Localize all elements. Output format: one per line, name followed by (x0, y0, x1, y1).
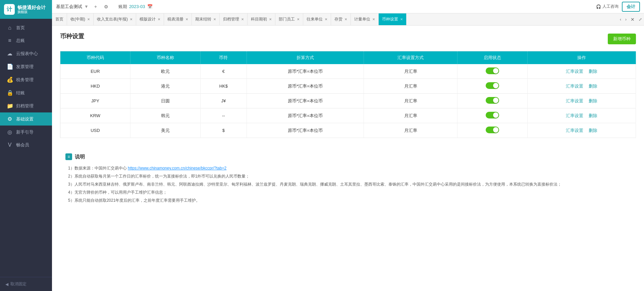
delete-link[interactable]: 删除 (589, 83, 597, 89)
tab-currency[interactable]: 币种设置 ✕ (379, 13, 407, 26)
toggle-enabled[interactable] (486, 82, 499, 89)
tab-close-all-button[interactable]: ✕ (629, 13, 637, 26)
sidebar-item-archive[interactable]: 📁 归档管理 (0, 99, 52, 112)
cell-action: 汇率设置 删除 (528, 94, 636, 108)
delete-link[interactable]: 删除 (589, 98, 597, 104)
rate-setting-link[interactable]: 汇率设置 (566, 68, 583, 75)
tab-archive-close[interactable]: ✕ (241, 17, 244, 21)
tab-next-button[interactable]: › (623, 13, 629, 26)
tab-income-close[interactable]: ✕ (130, 17, 132, 21)
toggle-track (486, 67, 499, 74)
sidebar-item-home[interactable]: ⌂ 首页 (0, 21, 52, 34)
content-area: 币种设置 新增币种 币种代码 币种名称 币符 折算方式 汇率设置方式 启用状态 … (52, 26, 644, 291)
sidebar-item-invoice[interactable]: 📄 发票管理 (0, 60, 52, 73)
delete-link[interactable]: 删除 (589, 113, 597, 119)
toggle-enabled[interactable] (486, 97, 499, 104)
toggle-enabled[interactable] (486, 67, 499, 74)
tab-stock[interactable]: 存货 ✕ (331, 13, 351, 26)
tab-period-end-close[interactable]: ✕ (213, 17, 216, 21)
headset-icon: 🎧 (596, 4, 601, 9)
tab-prev-button[interactable]: ‹ (618, 13, 623, 26)
tab-expand-button[interactable]: ⤢ (637, 13, 644, 26)
sidebar-item-settings[interactable]: ⚙ 基础设置 (0, 112, 52, 126)
notes-link[interactable]: https://www.chinamoney.com.cn/chinese/bk… (128, 166, 226, 171)
cloud-icon: ☁ (7, 50, 13, 57)
tab-template[interactable]: 模版设计 ✕ (136, 13, 164, 26)
tab-measure-close[interactable]: ✕ (372, 17, 375, 21)
sidebar-item-member[interactable]: V 畅会员 (0, 139, 52, 151)
tab-subject[interactable]: 科目期初 ✕ (248, 13, 275, 26)
cell-code: JPY (60, 94, 130, 108)
project-selector[interactable]: 基层工会测试 ▼ (56, 4, 89, 10)
rate-setting-link[interactable]: 汇率设置 (566, 113, 583, 119)
toggle-track (486, 82, 499, 89)
rate-setting-link[interactable]: 汇率设置 (566, 83, 583, 89)
cell-status[interactable] (458, 108, 528, 123)
rate-setting-link[interactable]: 汇率设置 (566, 128, 583, 134)
pin-toggle[interactable]: ◀ 取消固定 (0, 277, 52, 291)
tab-unit[interactable]: 往来单位 ✕ (303, 13, 331, 26)
tab-dept-label: 部门员工 (279, 16, 295, 22)
add-currency-button[interactable]: 新增币种 (608, 34, 636, 44)
sidebar-item-guide[interactable]: ◎ 新手引导 (0, 126, 52, 139)
sidebar-item-tax[interactable]: 💰 税务管理 (0, 73, 52, 86)
tab-home[interactable]: 首页 (52, 13, 67, 26)
support-button[interactable]: 🎧 人工咨询 (596, 4, 619, 9)
tab-tax-close[interactable]: ✕ (185, 17, 188, 21)
rate-setting-link[interactable]: 汇率设置 (566, 98, 583, 104)
cell-name: 日圆 (130, 94, 200, 108)
cell-rate-type: 月汇率 (364, 123, 457, 138)
sidebar-item-home-label: 首页 (16, 25, 25, 31)
account-button[interactable]: 会计 (622, 2, 640, 12)
toggle-thumb (493, 98, 498, 103)
toggle-enabled[interactable] (486, 112, 499, 118)
tab-income[interactable]: 收入支出表(年报) ✕ (94, 13, 136, 26)
tab-stock-close[interactable]: ✕ (344, 17, 347, 21)
settings-button[interactable]: ⚙ (103, 3, 110, 10)
sidebar-item-ledger[interactable]: ≡ 总账 (0, 34, 52, 47)
guide-icon: ◎ (7, 129, 13, 135)
tab-currency-close[interactable]: ✕ (400, 17, 403, 21)
notes-section: ≡ 说明 1）数据来源：中国外汇交易中心 https://www.chinamo… (60, 148, 636, 210)
cell-calc: 原币*汇率=本位币 (247, 79, 364, 94)
tab-balance-close[interactable]: ✕ (87, 17, 90, 21)
member-icon: V (7, 142, 13, 148)
delete-link[interactable]: 删除 (589, 68, 597, 75)
table-row: USD 美元 $ 原币*汇率=本位币 月汇率 汇率设置 删除 (60, 123, 636, 138)
tab-dept[interactable]: 部门员工 ✕ (275, 13, 303, 26)
toggle-thumb (493, 68, 498, 74)
tab-balance[interactable]: 收(中期) ✕ (67, 13, 94, 26)
tab-template-close[interactable]: ✕ (158, 17, 160, 21)
tab-income-label: 收入支出表(年报) (97, 16, 128, 22)
sidebar-item-tax-label: 税务管理 (16, 77, 34, 83)
tab-measure[interactable]: 计量单位 ✕ (351, 13, 379, 26)
tab-unit-close[interactable]: ✕ (325, 17, 327, 21)
project-name: 基层工会测试 (56, 4, 82, 10)
tab-tax-label: 税表清册 (167, 16, 183, 22)
sidebar-item-closing-label: 结账 (16, 90, 25, 96)
page-title: 币种设置 (60, 32, 84, 40)
tab-period-end[interactable]: 期末结转 ✕ (192, 13, 220, 26)
cell-name: 港元 (130, 79, 200, 94)
add-project-button[interactable]: ＋ (92, 3, 99, 10)
cell-status[interactable] (458, 94, 528, 108)
toggle-enabled[interactable] (486, 127, 499, 133)
archive-icon: 📁 (7, 103, 13, 109)
calendar-icon: 📅 (147, 4, 153, 9)
tab-tax[interactable]: 税表清册 ✕ (164, 13, 192, 26)
delete-link[interactable]: 删除 (589, 128, 597, 134)
sidebar-item-closing[interactable]: 🔒 结账 (0, 86, 52, 99)
tab-archive[interactable]: 归档管理 ✕ (220, 13, 248, 26)
sidebar-item-report[interactable]: ☁ 云报表中心 (0, 47, 52, 60)
cell-symbol: J¥ (200, 94, 247, 108)
pin-icon: ◀ (5, 282, 8, 287)
cell-status[interactable] (458, 79, 528, 94)
sidebar-item-guide-label: 新手引导 (16, 129, 34, 135)
cell-rate-type: 月汇率 (364, 64, 457, 79)
cell-status[interactable] (458, 123, 528, 138)
col-status: 启用状态 (458, 51, 528, 64)
tabbar-controls: ‹ › ✕ ⤢ (618, 13, 644, 26)
tab-dept-close[interactable]: ✕ (297, 17, 300, 21)
cell-status[interactable] (458, 64, 528, 79)
tab-subject-close[interactable]: ✕ (269, 17, 272, 21)
